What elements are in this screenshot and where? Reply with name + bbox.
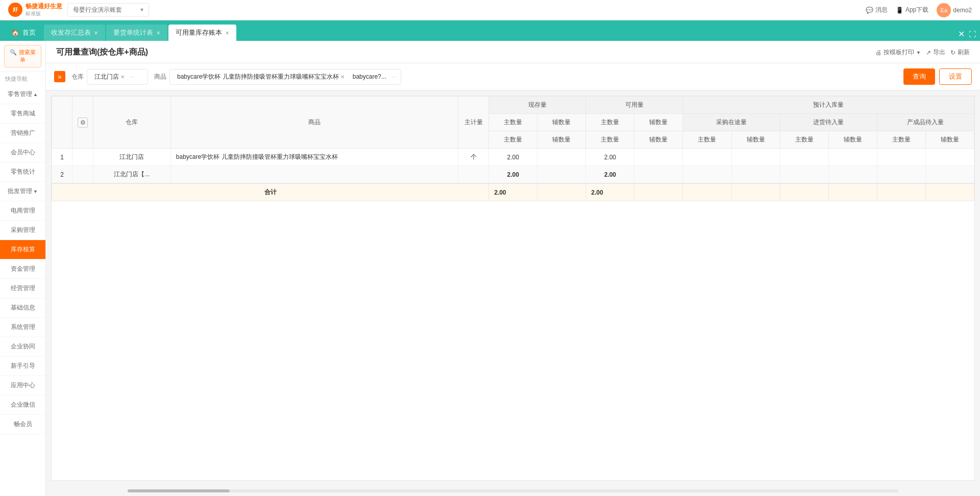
sidebar-item-ecommerce-mgmt[interactable]: 电商管理 (0, 201, 45, 221)
refresh-icon: ↻ (950, 49, 955, 56)
settings-icon[interactable]: ⚙ (78, 117, 88, 128)
th-current-main: 主数量 (489, 114, 537, 131)
search-icon: 🔍 (10, 49, 17, 55)
cell-pi-main (780, 149, 828, 166)
sidebar-item-system-mgmt[interactable]: 系统管理 (0, 318, 45, 337)
th-avail-sub: 辅数量 (634, 114, 683, 131)
th-avail-main: 主数量 (586, 114, 634, 131)
sidebar-item-vip-member[interactable]: 畅会员 (0, 415, 45, 434)
warehouse-tag-close[interactable]: ✕ (120, 74, 125, 80)
th-available-qty-group: 可用量 (586, 97, 683, 114)
industry-selector[interactable]: 母婴行业演示账套 ▾ (67, 3, 149, 17)
footer-label: 合计 (52, 183, 489, 201)
tab-available-inventory-label: 可用量库存账本 (176, 28, 222, 37)
message-btn[interactable]: 💬 消息 (866, 6, 888, 14)
cell-current-sub (537, 166, 586, 184)
footer-pi-sub (828, 183, 877, 201)
sidebar-item-inventory-check[interactable]: 库存核算 (0, 240, 45, 259)
top-bar-left: 好 畅捷通好生意 标准版 母婴行业演示账套 ▾ (8, 3, 149, 17)
cell-row-num: 1 (52, 149, 72, 166)
cell-pp-main (877, 166, 925, 184)
sidebar-item-purchase-mgmt[interactable]: 采购管理 (0, 221, 45, 240)
footer-current-sub (537, 183, 586, 201)
footer-avail-sub (634, 183, 683, 201)
scroll-track (128, 489, 898, 492)
print-icon: 🖨 (875, 49, 881, 56)
tab-income-expense[interactable]: 收发存汇总表 ✕ (44, 25, 105, 41)
tab-available-inventory-close[interactable]: ✕ (225, 30, 229, 36)
th-settings: ⚙ (72, 97, 93, 149)
scroll-thumb[interactable] (128, 489, 230, 492)
industry-label: 母婴行业演示账套 (73, 6, 122, 14)
tab-income-expense-close[interactable]: ✕ (94, 30, 98, 36)
sidebar-item-batch-mgmt[interactable]: 批发管理 ▼ (0, 182, 45, 201)
settings-button[interactable]: 设置 (939, 68, 972, 85)
cell-po-main (683, 166, 731, 184)
window-expand-icon[interactable]: ⛶ (969, 30, 976, 38)
sidebar-item-enterprise-wechat[interactable]: 企业微信 (0, 395, 45, 415)
tab-available-inventory[interactable]: 可用量库存账本 ✕ (168, 25, 236, 41)
tab-income-expense-label: 收发存汇总表 (51, 28, 91, 37)
sidebar-item-retail-stats[interactable]: 零售统计 (0, 162, 45, 182)
footer-po-sub (731, 183, 780, 201)
template-print-btn[interactable]: 🖨 按模板打印 ▼ (875, 48, 921, 57)
content-area: 可用量查询(按仓库+商品) 🖨 按模板打印 ▼ ↗ 导出 ↻ 刷新 » (46, 41, 980, 496)
tab-order-stat[interactable]: 要货单统计表 ✕ (106, 25, 167, 41)
warehouse-label: 仓库 (71, 73, 84, 81)
sidebar-item-retail-mgmt[interactable]: 零售管理 ▲ (0, 85, 45, 104)
tab-home[interactable]: 🏠 首页 (4, 25, 43, 41)
cell-current-main: 2.00 (489, 166, 537, 184)
window-close-icon[interactable]: ✕ (958, 29, 965, 39)
th-purchase-onway-group: 采购在途量 (683, 114, 780, 131)
th-warehouse: 仓库 (93, 97, 171, 149)
product-label: 商品 (154, 73, 166, 81)
sidebar-item-operation-mgmt[interactable]: 经营管理 (0, 279, 45, 298)
sidebar-item-new-guide[interactable]: 新手引导 (0, 357, 45, 376)
warehouse-input[interactable]: 江北门店 ✕ ··· (87, 69, 148, 85)
cell-product (170, 166, 458, 184)
table-area: ⚙ 仓库 商品 主计量 现存量 可用量 预计入库量 主数量 辅数量 (46, 90, 980, 496)
th-product: 商品 (170, 97, 458, 149)
product-tag-extra: babycare?... (350, 72, 389, 81)
cell-unit (458, 166, 489, 184)
sidebar-item-retail-mall[interactable]: 零售商城 (0, 104, 45, 124)
product-filter: 商品 babycare学饮杯 儿童防摔防撞吸管杯重力球吸嘴杯宝宝水杯 ✕ bab… (154, 69, 401, 85)
cell-row-num: 2 (52, 166, 72, 184)
search-menu-btn[interactable]: 🔍 搜索菜单 (4, 45, 41, 67)
export-btn[interactable]: ↗ 导出 (926, 48, 945, 57)
table-row: 2 江北门店【... 2.00 2.00 (52, 166, 974, 184)
brand-text: 畅捷通好生意 标准版 (26, 3, 62, 17)
refresh-btn[interactable]: ↻ 刷新 (950, 48, 970, 57)
cell-po-sub (731, 166, 780, 184)
tab-order-stat-close[interactable]: ✕ (156, 30, 160, 36)
footer-po-main (683, 183, 731, 201)
chevron-icon-batch: ▼ (33, 189, 38, 194)
user-name: demo2 (953, 7, 972, 14)
app-download-btn[interactable]: 📱 App下载 (896, 6, 928, 14)
table-row: 1 江北门店 babycare学饮杯 儿童防摔防撞吸管杯重力球吸嘴杯宝宝水杯 个… (52, 149, 974, 166)
footer-avail-main: 2.00 (586, 183, 634, 201)
warehouse-filter: 仓库 江北门店 ✕ ··· (71, 69, 148, 85)
template-chevron-icon: ▼ (916, 50, 921, 55)
user-area[interactable]: Ea demo2 (937, 3, 972, 17)
sidebar-item-marketing[interactable]: 营销推广 (0, 124, 45, 143)
footer-pp-main (877, 183, 925, 201)
top-bar-right: 💬 消息 📱 App下载 Ea demo2 (866, 3, 972, 17)
home-icon: 🏠 (11, 29, 19, 37)
product-more[interactable]: ··· (391, 73, 397, 80)
query-button[interactable]: 查询 (903, 68, 935, 85)
warehouse-tag: 江北门店 ✕ (91, 72, 128, 82)
sidebar-item-basic-info[interactable]: 基础信息 (0, 298, 45, 318)
quick-nav-label: 快捷导航 (0, 72, 45, 85)
warehouse-more[interactable]: ··· (130, 73, 135, 80)
scroll-bar-area (46, 486, 980, 496)
footer-pp-sub (925, 183, 974, 201)
cell-product: babycare学饮杯 儿童防摔防撞吸管杯重力球吸嘴杯宝宝水杯 (170, 149, 458, 166)
sidebar-item-finance-mgmt[interactable]: 资金管理 (0, 259, 45, 279)
filter-expand-btn[interactable]: » (54, 71, 65, 82)
sidebar-item-member-center[interactable]: 会员中心 (0, 143, 45, 162)
sidebar-item-enterprise-collab[interactable]: 企业协同 (0, 337, 45, 357)
product-input[interactable]: babycare学饮杯 儿童防摔防撞吸管杯重力球吸嘴杯宝宝水杯 ✕ babyca… (169, 69, 401, 85)
product-tag-close[interactable]: ✕ (340, 74, 345, 80)
sidebar-item-app-center[interactable]: 应用中心 (0, 376, 45, 395)
